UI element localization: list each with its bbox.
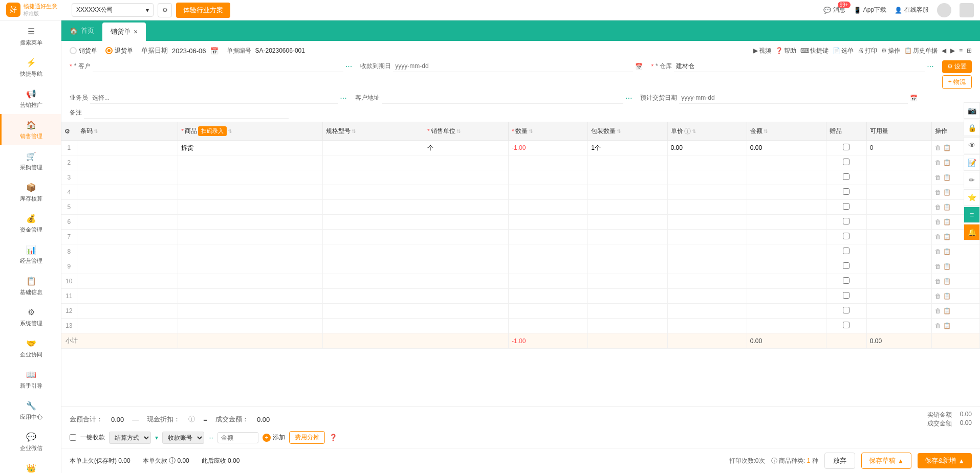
row-price[interactable]: [667, 230, 747, 244]
fee-btn[interactable]: 费用分摊: [289, 431, 325, 444]
row-unit[interactable]: [424, 274, 508, 289]
row-product[interactable]: [178, 185, 323, 200]
row-spec[interactable]: [323, 141, 424, 155]
row-copy-icon[interactable]: 📋: [943, 144, 951, 151]
discount-info-icon[interactable]: ⓘ: [188, 415, 195, 424]
row-delete-icon[interactable]: 🗑: [935, 278, 941, 285]
row-spec[interactable]: [323, 304, 424, 319]
row-delete-icon[interactable]: 🗑: [935, 174, 941, 181]
row-copy-icon[interactable]: 📋: [943, 278, 951, 285]
row-copy-icon[interactable]: 📋: [943, 218, 951, 226]
row-price[interactable]: [667, 304, 747, 319]
row-spec[interactable]: [323, 319, 424, 333]
row-amount[interactable]: [747, 289, 826, 304]
row-pkg-qty[interactable]: [588, 230, 667, 244]
row-gift[interactable]: [826, 170, 867, 185]
row-gift[interactable]: [826, 141, 867, 155]
sidebar-item-collab[interactable]: 🤝 企业协同: [0, 332, 61, 364]
row-unit[interactable]: [424, 141, 508, 155]
settings-btn[interactable]: ⚙ 设置: [942, 60, 972, 73]
account-dots[interactable]: ···: [208, 434, 213, 441]
row-amount[interactable]: [747, 200, 826, 215]
row-unit[interactable]: [424, 155, 508, 170]
row-gift[interactable]: [826, 155, 867, 170]
row-pkg-qty[interactable]: [588, 215, 667, 230]
row-qty[interactable]: [509, 319, 588, 333]
row-qty[interactable]: [509, 289, 588, 304]
row-qty[interactable]: [509, 141, 588, 155]
sidebar-item-apps[interactable]: 🔧 应用中心: [0, 395, 61, 426]
row-pkg-qty[interactable]: [588, 200, 667, 215]
row-copy-icon[interactable]: 📋: [943, 189, 951, 196]
row-product[interactable]: [178, 155, 323, 170]
radio-sale[interactable]: 销货单: [70, 47, 97, 55]
row-product[interactable]: [178, 304, 323, 319]
row-barcode[interactable]: [77, 259, 178, 274]
row-product[interactable]: [178, 259, 323, 274]
row-unit[interactable]: [424, 244, 508, 259]
row-gift[interactable]: [826, 259, 867, 274]
row-product[interactable]: [178, 200, 323, 215]
expected-date-input[interactable]: [679, 92, 908, 104]
one-click-pay-checkbox[interactable]: [70, 434, 76, 441]
sidebar-item-guide[interactable]: 📖 新手引导: [0, 364, 61, 395]
sidebar-item-inventory[interactable]: 📦 库存核算: [0, 176, 61, 208]
company-selector[interactable]: XXXXXX公司 ▾: [72, 3, 154, 17]
row-delete-icon[interactable]: 🗑: [935, 248, 941, 255]
row-product[interactable]: [178, 289, 323, 304]
row-qty[interactable]: [509, 185, 588, 200]
row-pkg-qty[interactable]: [588, 185, 667, 200]
toolbar-prev[interactable]: ◀: [942, 47, 946, 54]
app-download-button[interactable]: 📱 App下载: [854, 6, 886, 14]
expected-cal-icon[interactable]: 📅: [910, 95, 918, 102]
row-unit[interactable]: [424, 304, 508, 319]
row-amount[interactable]: [747, 215, 826, 230]
row-gift[interactable]: [826, 200, 867, 215]
row-gift[interactable]: [826, 215, 867, 230]
row-product[interactable]: [178, 274, 323, 289]
toolbar-next[interactable]: ▶: [950, 47, 955, 54]
float-btn-5[interactable]: ✏: [964, 172, 980, 188]
row-gift[interactable]: [826, 230, 867, 244]
float-btn-4[interactable]: 📝: [964, 154, 980, 171]
tab-close-icon[interactable]: ×: [134, 28, 138, 36]
float-btn-3[interactable]: 👁: [964, 137, 980, 153]
row-unit[interactable]: [424, 170, 508, 185]
sidebar-item-sales[interactable]: 🏠 销售管理: [0, 114, 61, 145]
row-delete-icon[interactable]: 🗑: [935, 144, 941, 151]
row-product[interactable]: [178, 141, 323, 155]
row-unit[interactable]: [424, 259, 508, 274]
row-spec[interactable]: [323, 185, 424, 200]
row-delete-icon[interactable]: 🗑: [935, 189, 941, 196]
row-copy-icon[interactable]: 📋: [943, 322, 951, 329]
toolbar-video[interactable]: ▶ 视频: [753, 47, 771, 55]
row-pkg-qty[interactable]: [588, 141, 667, 155]
fee-info-icon[interactable]: ❓: [329, 434, 337, 441]
row-spec[interactable]: [323, 289, 424, 304]
online-service-button[interactable]: 👤 在线客服: [895, 6, 929, 14]
row-unit[interactable]: [424, 319, 508, 333]
row-unit[interactable]: [424, 215, 508, 230]
row-qty[interactable]: [509, 215, 588, 230]
row-qty[interactable]: [509, 304, 588, 319]
sidebar-item-system[interactable]: ⚙ 系统管理: [0, 301, 61, 332]
row-barcode[interactable]: [77, 274, 178, 289]
row-amount[interactable]: [747, 274, 826, 289]
row-product[interactable]: [178, 244, 323, 259]
float-btn-2[interactable]: 🔒: [964, 120, 980, 136]
toolbar-pick[interactable]: 📄 选单: [833, 47, 854, 55]
toolbar-help[interactable]: ❓ 帮助: [775, 47, 796, 55]
amount-input[interactable]: [217, 432, 258, 443]
discard-btn[interactable]: 放弃: [824, 453, 855, 469]
row-amount[interactable]: [747, 230, 826, 244]
row-price[interactable]: [667, 170, 747, 185]
message-button[interactable]: 💬 消息 99+: [823, 6, 845, 14]
row-barcode[interactable]: [77, 155, 178, 170]
row-price[interactable]: [667, 155, 747, 170]
row-copy-icon[interactable]: 📋: [943, 233, 951, 240]
row-spec[interactable]: [323, 230, 424, 244]
row-delete-icon[interactable]: 🗑: [935, 292, 941, 300]
row-qty[interactable]: [509, 170, 588, 185]
row-barcode[interactable]: [77, 319, 178, 333]
user-settings[interactable]: [960, 3, 974, 17]
